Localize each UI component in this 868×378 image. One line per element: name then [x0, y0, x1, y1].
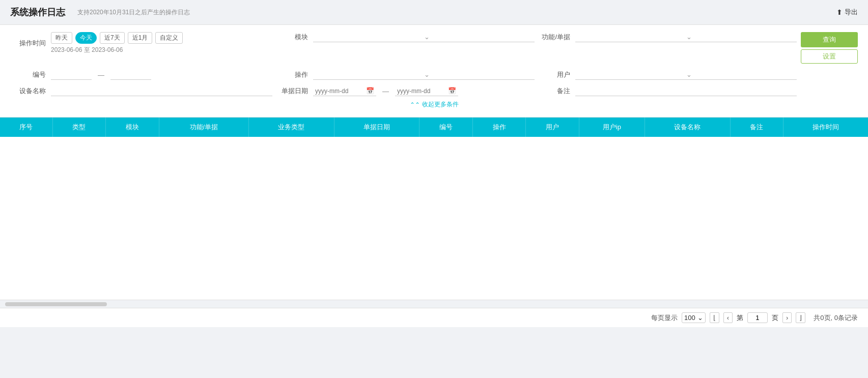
empty-area: [0, 137, 868, 300]
user-label: 用户: [535, 70, 575, 79]
date-dash: —: [382, 88, 389, 95]
last-page-button[interactable]: ⌋: [796, 312, 805, 323]
func-select[interactable]: ⌄: [575, 32, 797, 42]
data-table: 序号 类型 模块 功能/单据 业务类型 单据日期 编号 操作 用户 用户ip 设…: [0, 118, 868, 137]
col-user: 用户: [526, 118, 579, 137]
device-filter: 设备名称: [10, 86, 272, 96]
action-buttons: 查询 设置: [797, 32, 858, 64]
time-btn-yesterday[interactable]: 昨天: [51, 32, 72, 44]
time-range: 2023-06-06 至 2023-06-06: [51, 46, 272, 54]
collapse-button[interactable]: ⌃⌃ 收起更多条件: [410, 100, 459, 109]
time-btn-7days[interactable]: 近7天: [100, 32, 125, 44]
user-select[interactable]: ⌄: [575, 70, 797, 80]
col-user-ip: 用户ip: [579, 118, 645, 137]
device-input[interactable]: [51, 86, 272, 96]
date-filter: 单据日期 📅 — 📅: [272, 86, 535, 96]
col-index: 序号: [0, 118, 52, 137]
collapse-bar[interactable]: ⌃⌃ 收起更多条件: [10, 98, 858, 113]
export-icon: ⬆: [836, 8, 843, 16]
device-label: 设备名称: [10, 86, 51, 96]
pagination: 每页显示 100 ⌄ ⌊ ‹ 第 页 › ⌋ 共0页, 0条记录: [0, 308, 868, 327]
remark-label: 备注: [535, 86, 575, 96]
page-header: 系统操作日志 支持2020年10月31日之后产生的操作日志 ⬆ 导出: [0, 0, 868, 25]
calendar-start-icon[interactable]: 📅: [366, 87, 374, 95]
horizontal-scrollbar[interactable]: [0, 300, 868, 308]
col-operation: 操作: [472, 118, 525, 137]
export-label: 导出: [845, 8, 858, 17]
time-btn-custom[interactable]: 自定义: [155, 32, 183, 44]
scroll-thumb: [5, 302, 107, 306]
page-label: 第: [737, 313, 743, 323]
col-doc-date: 单据日期: [334, 118, 419, 137]
col-code: 编号: [419, 118, 472, 137]
user-chevron-icon: ⌄: [686, 71, 795, 78]
page-size-value: 100: [684, 314, 695, 322]
date-start-wrap: 📅: [313, 86, 376, 96]
page-title: 系统操作日志: [10, 6, 65, 18]
time-filter: 操作时间 昨天 今天 近7天 近1月 自定义 2023-06-06 至 2023…: [10, 32, 272, 54]
settings-button[interactable]: 设置: [801, 49, 858, 64]
page-number-input[interactable]: [747, 312, 768, 323]
col-op-time: 操作时间: [783, 118, 868, 137]
table-container: 序号 类型 模块 功能/单据 业务类型 单据日期 编号 操作 用户 用户ip 设…: [0, 118, 868, 300]
page-unit: 页: [772, 313, 778, 323]
prev-page-button[interactable]: ‹: [723, 312, 733, 323]
export-button[interactable]: ⬆ 导出: [836, 8, 858, 17]
time-buttons: 昨天 今天 近7天 近1月 自定义: [51, 32, 272, 44]
collapse-chevron-icon: ⌃⌃: [410, 101, 420, 108]
code-dash: —: [98, 71, 104, 79]
col-module: 模块: [106, 118, 159, 137]
calendar-end-icon[interactable]: 📅: [448, 87, 456, 95]
col-type: 类型: [52, 118, 105, 137]
page-subtitle: 支持2020年10月31日之后产生的操作日志: [77, 8, 190, 17]
module-label: 模块: [272, 33, 313, 42]
time-btn-1month[interactable]: 近1月: [128, 32, 153, 44]
collapse-label: 收起更多条件: [422, 100, 459, 109]
per-page-label: 每页显示: [651, 313, 678, 323]
col-biz-type: 业务类型: [249, 118, 334, 137]
col-remark: 备注: [730, 118, 783, 137]
module-select[interactable]: ⌄: [313, 32, 535, 42]
time-label: 操作时间: [10, 39, 51, 48]
remark-filter: 备注: [535, 86, 797, 96]
query-button[interactable]: 查询: [801, 32, 858, 47]
date-end-wrap: 📅: [395, 86, 458, 96]
func-label: 功能/单据: [535, 33, 575, 42]
time-btn-today[interactable]: 今天: [75, 32, 97, 44]
user-filter: 用户 ⌄: [535, 70, 797, 80]
operation-select[interactable]: ⌄: [313, 70, 535, 80]
page-size-chevron-icon: ⌄: [697, 314, 703, 322]
col-device: 设备名称: [645, 118, 730, 137]
func-filter: 功能/单据 ⌄: [535, 32, 797, 42]
code-label: 编号: [10, 70, 51, 79]
operation-chevron-icon: ⌄: [424, 71, 533, 78]
date-label: 单据日期: [272, 86, 313, 96]
table-header-row: 序号 类型 模块 功能/单据 业务类型 单据日期 编号 操作 用户 用户ip 设…: [0, 118, 868, 137]
func-chevron-icon: ⌄: [686, 33, 795, 41]
operation-filter: 操作 ⌄: [272, 70, 535, 80]
col-func: 功能/单据: [159, 118, 248, 137]
table-header: 序号 类型 模块 功能/单据 业务类型 单据日期 编号 操作 用户 用户ip 设…: [0, 118, 868, 137]
code-input-end[interactable]: [110, 70, 151, 80]
page-summary: 共0页, 0条记录: [814, 313, 858, 323]
module-filter: 模块 ⌄: [272, 32, 535, 42]
date-start-input[interactable]: [315, 88, 366, 95]
first-page-button[interactable]: ⌊: [710, 312, 719, 323]
date-end-input[interactable]: [397, 88, 448, 95]
page-size-select[interactable]: 100 ⌄: [682, 312, 706, 323]
remark-input[interactable]: [575, 86, 797, 96]
code-filter: 编号 —: [10, 70, 272, 80]
module-chevron-icon: ⌄: [424, 33, 533, 41]
next-page-button[interactable]: ›: [782, 312, 792, 323]
code-input-start[interactable]: [51, 70, 92, 80]
filter-panel: 操作时间 昨天 今天 近7天 近1月 自定义 2023-06-06 至 2023…: [0, 25, 868, 118]
operation-label: 操作: [272, 70, 313, 79]
